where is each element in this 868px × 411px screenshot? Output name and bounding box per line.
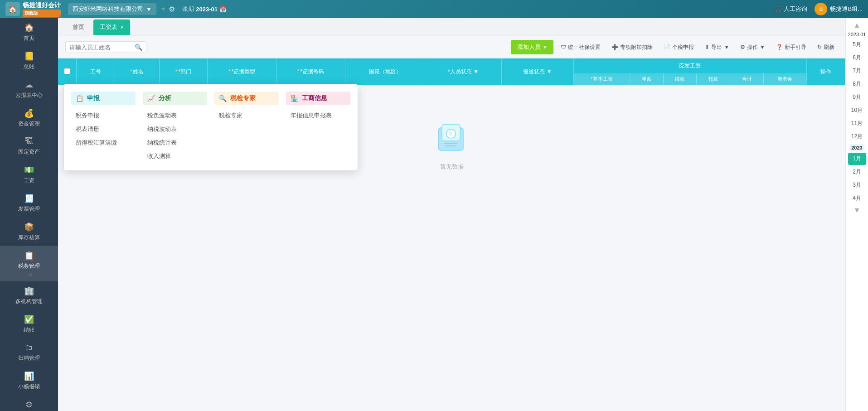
sidebar-item-report[interactable]: 📊 小畅报销 [0, 367, 58, 395]
sidebar-item-archive[interactable]: 🗂 归档管理 [0, 338, 58, 367]
tax-dec-icon: 📄 [664, 44, 670, 50]
social-security-button[interactable]: 🛡 统一社保设置 [557, 42, 604, 53]
month-1[interactable]: 1月 [848, 153, 866, 165]
search-input[interactable] [69, 44, 133, 51]
dropdown-item-annual-report[interactable]: 年报信息申报表 [286, 109, 350, 122]
sidebar-item-basic[interactable]: ⚙ 基础设置 [0, 395, 58, 411]
month-9[interactable]: 9月 [848, 91, 866, 103]
col-total: 合计 [730, 73, 764, 85]
col-ops: 操作 [806, 58, 845, 85]
dropdown-item-tax-filing[interactable]: 税务申报 [71, 109, 136, 122]
settings-icon[interactable]: ⚙ [169, 5, 175, 14]
sidebar-item-invoice[interactable]: 🧾 发票管理 [0, 189, 58, 218]
settings-icon2: ⚙ [25, 400, 33, 410]
dropdown-item-tax-burden[interactable]: 税负波动表 [143, 109, 207, 122]
add-person-button[interactable]: 添加人员 ▼ [511, 40, 553, 54]
customer-service-button[interactable]: 🎧 人工咨询 [775, 5, 807, 13]
sidebar-item-inventory[interactable]: 📦 库存核算 [0, 218, 58, 246]
ops-icon: ⚙ [740, 44, 745, 50]
refresh-button[interactable]: ↻ 刷新 [814, 42, 838, 53]
month-3[interactable]: 3月 [848, 179, 866, 191]
report-icon: 📊 [24, 371, 34, 381]
dropdown-item-tax-stats[interactable]: 纳税统计表 [143, 136, 207, 150]
dropdown-item-tax-fluctuation[interactable]: 纳税波动表 [143, 122, 207, 136]
sidebar-item-tax[interactable]: 📋 税务管理 ◀ [0, 246, 58, 281]
sidebar: 🏠 首页 📒 总账 ☁ 云报表中心 💰 资金管理 🏗 固定资产 💵 工资 🧾 发… [0, 18, 58, 411]
dropdown-item-income-tax[interactable]: 所得税汇算清缴 [71, 136, 136, 150]
refresh-icon: ↻ [817, 44, 822, 50]
tab-close-icon[interactable]: × [120, 24, 124, 31]
home-icon: 🏠 [24, 23, 34, 33]
select-all-checkbox[interactable] [64, 68, 70, 74]
shield-icon: 🛡 [561, 44, 566, 50]
tax-declaration-button[interactable]: 📄 个税申报 [660, 42, 698, 53]
tax-dropdown-menu: 📋 申报 税务申报 税表清册 所得税汇算清缴 📈 分析 税负波动表 纳税波动表 … [63, 84, 358, 171]
month-12[interactable]: 12月 [848, 131, 866, 143]
avatar: B [815, 3, 827, 15]
sidebar-item-multi[interactable]: 🏢 多机构管理 [0, 281, 58, 310]
guide-button[interactable]: ❓ 新手引导 [772, 42, 810, 53]
col-name: 姓名 [115, 58, 159, 85]
col-id: 工号 [76, 58, 115, 85]
period-label: 账期 [182, 5, 194, 13]
dropdown-item-income-estimate[interactable]: 收入测算 [143, 150, 207, 163]
sidebar-item-cloud[interactable]: ☁ 云报表中心 [0, 75, 58, 104]
date-nav-down[interactable]: ▼ [850, 205, 864, 216]
logo-icon: 🏠 [5, 2, 20, 16]
salary-icon: 💵 [24, 165, 34, 175]
export-arrow: ▼ [724, 44, 729, 50]
sidebar-item-settle[interactable]: ✅ 结账 [0, 310, 58, 338]
sidebar-item-home[interactable]: 🏠 首页 [0, 18, 58, 47]
svg-rect-4 [444, 143, 457, 144]
app-name: 畅捷通好会计 [23, 1, 61, 10]
dropdown-col-declaration: 📋 申报 税务申报 税表清册 所得税汇算清缴 [71, 92, 136, 163]
declaration-icon: 📋 [76, 95, 83, 102]
add-button[interactable]: + [161, 5, 165, 13]
month-8[interactable]: 8月 [848, 78, 866, 90]
dropdown-item-expert[interactable]: 税检专家 [214, 109, 279, 122]
month-6[interactable]: 6月 [848, 52, 866, 64]
service-label: 人工咨询 [784, 5, 807, 13]
analysis-icon: 📈 [147, 95, 155, 102]
month-7[interactable]: 7月 [848, 65, 866, 77]
logo: 🏠 畅捷通好会计 旗舰版 [5, 1, 61, 17]
month-4[interactable]: 4月 [848, 192, 866, 204]
month-2[interactable]: 2月 [848, 166, 866, 178]
cloud-icon: ☁ [25, 80, 33, 90]
headset-icon: 🎧 [775, 6, 782, 13]
archive-icon: 🗂 [25, 343, 33, 353]
col-id-type: *证据类型 [208, 58, 276, 85]
date-nav-up[interactable]: ▲ [850, 20, 864, 31]
dropdown-item-tax-schedule[interactable]: 税表清册 [71, 122, 136, 136]
main-layout: 🏠 首页 📒 总账 ☁ 云报表中心 💰 资金管理 🏗 固定资产 💵 工资 🧾 发… [0, 18, 868, 411]
col-wage-group: 应发工资 [574, 58, 807, 73]
business-icon: 🏪 [291, 95, 298, 102]
tax-icon: 📋 [24, 251, 34, 261]
assets-icon: 🏗 [25, 137, 33, 146]
operations-button[interactable]: ⚙ 操作 ▼ [737, 42, 769, 53]
tab-home[interactable]: 首页 [65, 19, 92, 35]
company-selector[interactable]: 西安虾米网络科技有限公司 ▼ [68, 3, 156, 15]
sidebar-item-salary[interactable]: 💵 工资 [0, 160, 58, 189]
date-sidebar: ▲ 2023.01 5月 6月 7月 8月 9月 10月 11月 12月 202… [845, 18, 868, 411]
empty-text: 暂无数据 [440, 163, 464, 171]
sidebar-arrow: ◀ [28, 272, 32, 277]
calendar-icon[interactable]: 📅 [219, 6, 227, 13]
sidebar-item-assets[interactable]: 🏗 固定资产 [0, 132, 58, 160]
svg-text:?: ? [449, 131, 452, 137]
user-name: 畅捷通B组... [830, 5, 863, 13]
deduction-icon: ➕ [611, 44, 618, 50]
fund-icon: 💰 [24, 108, 34, 118]
sidebar-item-ledger[interactable]: 📒 总账 [0, 47, 58, 75]
col-dept: *部门 [159, 58, 208, 85]
export-button[interactable]: ⬆ 导出 ▼ [701, 42, 733, 53]
user-menu[interactable]: B 畅捷通B组... [815, 3, 863, 15]
month-5[interactable]: 5月 [848, 39, 866, 51]
tab-salary-table[interactable]: 工资表 × [93, 19, 130, 35]
svg-rect-5 [446, 145, 456, 146]
month-11[interactable]: 11月 [848, 117, 866, 130]
month-10[interactable]: 10月 [848, 104, 866, 116]
special-deduction-button[interactable]: ➕ 专项附加扣除 [608, 42, 656, 53]
sidebar-item-fund[interactable]: 💰 资金管理 [0, 104, 58, 132]
tab-bar: 首页 工资表 × [58, 18, 845, 36]
